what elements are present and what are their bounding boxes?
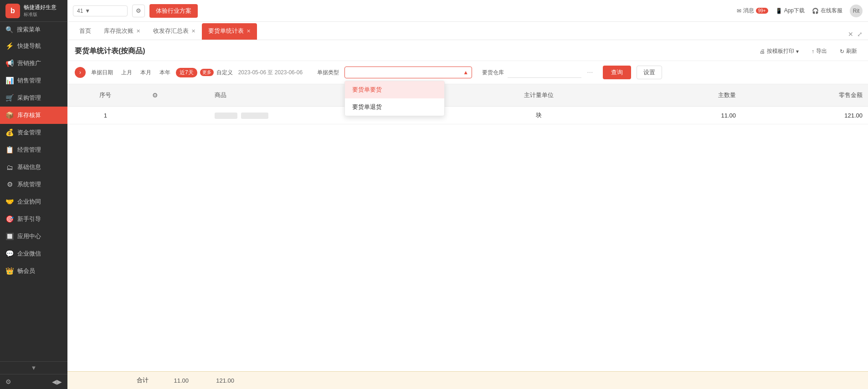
- sidebar-item-finance[interactable]: 💰 资金管理: [0, 124, 67, 141]
- sidebar-item-label: 企业微信: [17, 250, 62, 258]
- column-settings-icon[interactable]: ⚙: [149, 89, 162, 102]
- tab-batch-account-label: 库存批次账: [104, 27, 134, 35]
- filter-more-badge[interactable]: 更多: [200, 69, 214, 76]
- app-name: 畅捷通好生意 标准版: [24, 4, 56, 17]
- app-logo-icon: b: [5, 4, 20, 18]
- sidebar: b 畅捷通好生意 标准版 🔍 搜索菜单 ⚡ 快捷导航 📢 营销推广 📊 销售管理…: [0, 0, 67, 389]
- filter-date-label: 单据日期: [91, 69, 113, 77]
- cell-unit: 块: [462, 107, 615, 124]
- table-header-row: 序号 ⚙ 商品 主计量单位 主数: [67, 84, 868, 107]
- filter-warehouse-dots-icon[interactable]: ···: [587, 68, 593, 77]
- sidebar-settings-icon[interactable]: ⚙: [5, 378, 11, 385]
- sidebar-item-member[interactable]: 👑 畅会员: [0, 262, 67, 280]
- apps-icon: 🔲: [5, 232, 14, 241]
- sidebar-item-quick-nav[interactable]: ⚡ 快捷导航: [0, 37, 67, 55]
- export-button[interactable]: ↑ 导出: [808, 46, 831, 57]
- search-menu-item[interactable]: 🔍 搜索菜单: [0, 22, 67, 37]
- product-placeholder-2: [241, 113, 268, 119]
- expand-tabs-icon[interactable]: ⤢: [857, 31, 863, 38]
- dropdown-item-requisition[interactable]: 要货单要货: [345, 81, 444, 98]
- tab-receivable-close[interactable]: ✕: [191, 28, 195, 34]
- sidebar-item-label: 资金管理: [17, 128, 62, 137]
- gear-icon: ⚙: [136, 7, 141, 14]
- filter-warehouse-input[interactable]: [508, 67, 581, 78]
- sidebar-item-label: 经营管理: [17, 146, 62, 154]
- sidebar-item-basic[interactable]: 🗂 基础信息: [0, 159, 67, 176]
- store-name: 41: [77, 8, 83, 14]
- tab-order-stats-close[interactable]: ✕: [247, 28, 251, 34]
- filter-date-this-month[interactable]: 本月: [138, 67, 154, 78]
- filter-date-last-month[interactable]: 上月: [118, 67, 135, 78]
- col-header-settings[interactable]: ⚙: [144, 84, 210, 107]
- member-icon: 👑: [5, 267, 14, 275]
- quick-nav-icon: ⚡: [5, 42, 14, 50]
- filter-expand-button[interactable]: ›: [75, 67, 86, 78]
- sidebar-item-guide[interactable]: 🎯 新手引导: [0, 210, 67, 228]
- filter-doc-type-label: 单据类型: [317, 69, 339, 77]
- user-name: Rit: [853, 8, 860, 14]
- sidebar-item-operations[interactable]: 📋 经营管理: [0, 141, 67, 159]
- messages-button[interactable]: ✉ 消息 99+: [737, 7, 768, 15]
- user-avatar[interactable]: Rit: [850, 5, 863, 17]
- table-wrap: 序号 ⚙ 商品 主计量单位 主数: [67, 84, 868, 371]
- tab-home[interactable]: 首页: [73, 23, 98, 40]
- messages-label: 消息: [743, 7, 754, 15]
- sidebar-item-sales[interactable]: 📊 销售管理: [0, 72, 67, 89]
- dropdown-arrow-icon: ▼: [85, 8, 90, 14]
- filter-date-this-year[interactable]: 本年: [157, 67, 173, 78]
- app-download-label: App下载: [784, 7, 805, 15]
- cell-settings: [144, 107, 210, 124]
- sidebar-item-label: 畅会员: [17, 267, 62, 275]
- cell-amount: 121.00: [741, 107, 868, 124]
- col-header-amount: 零售金额: [741, 84, 868, 107]
- sidebar-item-label: 应用中心: [17, 232, 62, 241]
- sidebar-scroll-down[interactable]: ▼: [0, 361, 67, 374]
- dropdown-item-requisition-label: 要货单要货: [352, 86, 382, 93]
- data-table: 序号 ⚙ 商品 主计量单位 主数: [67, 84, 868, 124]
- filter-doc-type-arrow-icon[interactable]: ▲: [463, 69, 468, 76]
- online-service-button[interactable]: 🎧 在线客服: [812, 7, 842, 15]
- topbar-right: ✉ 消息 99+ 📱 App下载 🎧 在线客服 Rit: [737, 5, 863, 17]
- sidebar-item-purchase[interactable]: 🛒 采购管理: [0, 89, 67, 107]
- app-download-button[interactable]: 📱 App下载: [776, 7, 805, 15]
- filter-bar: › 单据日期 上月 本月 本年 近7天 更多 自定义 2023-05-06 至 …: [67, 61, 868, 84]
- tab-receivable-summary[interactable]: 收发存汇总表 ✕: [147, 23, 202, 40]
- tab-order-stats-label: 要货单统计表: [208, 27, 244, 35]
- refresh-button[interactable]: ↻ 刷新: [836, 46, 861, 57]
- filter-custom-date-button[interactable]: 自定义: [216, 69, 233, 77]
- sidebar-item-label: 销售管理: [17, 77, 62, 85]
- export-label: 导出: [816, 47, 827, 55]
- close-all-tabs-icon[interactable]: ✕: [848, 31, 853, 38]
- sidebar-item-label: 采购管理: [17, 94, 62, 102]
- tab-home-label: 首页: [79, 27, 91, 35]
- footer-amount: 121.00: [200, 377, 245, 384]
- filter-set-button[interactable]: 设置: [637, 66, 662, 79]
- industry-plan-button[interactable]: 体验行业方案: [149, 4, 198, 18]
- wechat-icon: 💬: [5, 250, 14, 258]
- sidebar-item-enterprise[interactable]: 🤝 企业协同: [0, 193, 67, 210]
- sidebar-item-apps[interactable]: 🔲 应用中心: [0, 228, 67, 245]
- page-body: 要货单统计表(按商品) 🖨 按模板打印 ▾ ↑ 导出 ↻ 刷新: [67, 40, 868, 389]
- tab-batch-account-close[interactable]: ✕: [136, 28, 140, 34]
- sidebar-item-marketing[interactable]: 📢 营销推广: [0, 55, 67, 72]
- template-print-button[interactable]: 🖨 按模板打印 ▾: [756, 46, 802, 57]
- sidebar-item-wechat[interactable]: 💬 企业微信: [0, 245, 67, 262]
- topbar-settings-button[interactable]: ⚙: [132, 5, 145, 17]
- inventory-icon: 📦: [5, 111, 14, 119]
- filter-query-button[interactable]: 查询: [603, 66, 631, 79]
- filter-warehouse-wrap: 要货仓库 ···: [482, 67, 593, 78]
- sidebar-item-inventory[interactable]: 📦 库存核算: [0, 107, 67, 124]
- refresh-icon: ↻: [840, 48, 844, 55]
- dropdown-item-return[interactable]: 要货单退货: [345, 98, 444, 116]
- sidebar-item-system[interactable]: ⚙ 系统管理: [0, 176, 67, 193]
- sidebar-item-label: 基础信息: [17, 163, 62, 171]
- store-selector[interactable]: 41 ▼: [73, 5, 128, 16]
- enterprise-icon: 🤝: [5, 198, 14, 206]
- search-icon: 🔍: [5, 26, 13, 33]
- product-placeholder-1: [215, 113, 237, 119]
- filter-date-last-7-days[interactable]: 近7天: [176, 68, 197, 77]
- sidebar-collapse-icon[interactable]: ◀▶: [52, 378, 62, 385]
- tab-order-stats[interactable]: 要货单统计表 ✕: [202, 23, 257, 40]
- tab-batch-account[interactable]: 库存批次账 ✕: [98, 23, 147, 40]
- filter-doc-type-input[interactable]: [344, 67, 472, 78]
